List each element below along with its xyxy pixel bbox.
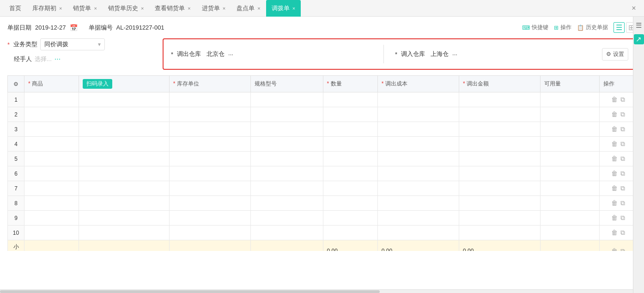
copy-row-icon[interactable]: ⧉ [620, 229, 625, 236]
cell-qty[interactable] [323, 92, 377, 107]
copy-row-icon[interactable]: ⧉ [620, 214, 625, 221]
delete-row-icon[interactable]: 🗑 [611, 184, 618, 192]
cell-unit[interactable] [169, 166, 250, 181]
tab-home[interactable]: 首页 [4, 0, 27, 17]
cell-qty[interactable] [323, 166, 377, 181]
copy-row-icon[interactable]: ⧉ [620, 199, 625, 207]
cell-product[interactable] [24, 137, 79, 152]
cell-product[interactable] [24, 92, 79, 107]
cell-cost[interactable] [377, 152, 459, 166]
cell-unit[interactable] [169, 107, 250, 122]
business-type-dropdown-icon[interactable]: ▾ [98, 41, 101, 48]
copy-row-icon[interactable]: ⧉ [620, 110, 625, 118]
tab-close-sales-order[interactable]: × [94, 6, 97, 11]
cell-product[interactable] [24, 211, 79, 226]
cell-qty[interactable] [323, 122, 377, 137]
cell-qty[interactable] [323, 226, 377, 240]
copy-row-icon[interactable]: ⧉ [620, 155, 625, 162]
delete-row-icon[interactable]: 🗑 [611, 199, 618, 207]
cell-unit[interactable] [169, 137, 250, 152]
tab-close-inventory-check[interactable]: × [257, 6, 260, 11]
tab-close-transfer-order[interactable]: × [292, 6, 295, 11]
cell-amount[interactable] [459, 181, 540, 196]
cell-qty[interactable] [323, 107, 377, 122]
copy-row-icon[interactable]: ⧉ [620, 247, 625, 251]
copy-row-icon[interactable]: ⧉ [620, 125, 625, 133]
list-view-icon[interactable]: ☰ [614, 22, 625, 33]
scan-button[interactable]: 扫码录入 [83, 79, 112, 89]
cell-amount[interactable] [459, 107, 540, 122]
cell-product[interactable] [24, 226, 79, 240]
tab-inventory-check[interactable]: 盘点单 × [231, 0, 266, 17]
copy-row-icon[interactable]: ⧉ [620, 184, 625, 192]
copy-row-icon[interactable]: ⧉ [620, 96, 625, 103]
history-btn[interactable]: 📋 历史单据 [577, 24, 608, 31]
cell-cost[interactable] [377, 226, 459, 240]
cell-spec[interactable] [250, 166, 323, 181]
cell-amount[interactable] [459, 226, 540, 240]
person-more-btn[interactable]: ··· [55, 55, 61, 63]
cell-unit[interactable] [169, 196, 250, 211]
delete-row-icon[interactable]: 🗑 [611, 140, 618, 147]
delete-row-icon[interactable]: 🗑 [611, 214, 618, 221]
cell-amount[interactable] [459, 92, 540, 107]
cell-product[interactable] [24, 122, 79, 137]
cell-spec[interactable] [250, 196, 323, 211]
in-warehouse-more-btn[interactable]: ··· [452, 51, 457, 58]
delete-row-icon[interactable]: 🗑 [611, 96, 618, 103]
cell-cost[interactable] [377, 107, 459, 122]
cell-spec[interactable] [250, 107, 323, 122]
shortcut-btn[interactable]: ⌨ 快捷键 [522, 24, 548, 31]
delete-row-icon[interactable]: 🗑 [611, 247, 618, 251]
cell-product[interactable] [24, 181, 79, 196]
tab-close-sales-history[interactable]: × [141, 6, 144, 11]
cell-unit[interactable] [169, 122, 250, 137]
tab-sales-history[interactable]: 销货单历史 × [103, 0, 149, 17]
delete-row-icon[interactable]: 🗑 [611, 155, 618, 162]
cell-qty[interactable] [323, 181, 377, 196]
scrollbar-thumb[interactable] [0, 290, 380, 293]
person-placeholder[interactable]: 选择... [35, 55, 52, 63]
tab-close-view-sales[interactable]: × [188, 6, 190, 11]
cell-amount[interactable] [459, 166, 540, 181]
horizontal-scrollbar[interactable] [0, 289, 633, 293]
cell-spec[interactable] [250, 211, 323, 226]
cell-amount[interactable] [459, 152, 540, 166]
tab-close-inventory-init[interactable]: × [59, 6, 62, 11]
cell-amount[interactable] [459, 122, 540, 137]
cell-spec[interactable] [250, 122, 323, 137]
tab-purchase-order[interactable]: 进货单 × [196, 0, 231, 17]
cell-unit[interactable] [169, 211, 250, 226]
cell-spec[interactable] [250, 152, 323, 166]
cell-cost[interactable] [377, 196, 459, 211]
col-gear[interactable]: ⚙ [8, 76, 24, 92]
cell-qty[interactable] [323, 196, 377, 211]
tab-inventory-init[interactable]: 库存期初 × [27, 0, 67, 17]
cell-spec[interactable] [250, 137, 323, 152]
cell-amount[interactable] [459, 211, 540, 226]
delete-row-icon[interactable]: 🗑 [611, 170, 618, 177]
table-wrapper[interactable]: ⚙ * 商品 扫码录入 * 库存单位 规格型号 [7, 75, 637, 251]
cell-amount[interactable] [459, 137, 540, 152]
cell-product[interactable] [24, 152, 79, 166]
cell-qty[interactable] [323, 152, 377, 166]
cell-spec[interactable] [250, 226, 323, 240]
cell-spec[interactable] [250, 92, 323, 107]
cell-cost[interactable] [377, 137, 459, 152]
cell-qty[interactable] [323, 211, 377, 226]
operation-btn[interactable]: ⊞ 操作 [554, 24, 571, 31]
delete-row-icon[interactable]: 🗑 [611, 125, 618, 133]
copy-row-icon[interactable]: ⧉ [620, 170, 625, 177]
tab-sales-order[interactable]: 销货单 × [67, 0, 102, 17]
tab-close-purchase-order[interactable]: × [223, 6, 225, 11]
out-warehouse-more-btn[interactable]: ··· [228, 51, 233, 58]
delete-row-icon[interactable]: 🗑 [611, 229, 618, 236]
cell-cost[interactable] [377, 92, 459, 107]
cell-spec[interactable] [250, 181, 323, 196]
cell-cost[interactable] [377, 166, 459, 181]
cell-product[interactable] [24, 196, 79, 211]
window-close-button[interactable]: × [627, 2, 640, 15]
cell-unit[interactable] [169, 92, 250, 107]
cell-product[interactable] [24, 107, 79, 122]
tab-transfer-order[interactable]: 调拨单 × [266, 0, 301, 17]
